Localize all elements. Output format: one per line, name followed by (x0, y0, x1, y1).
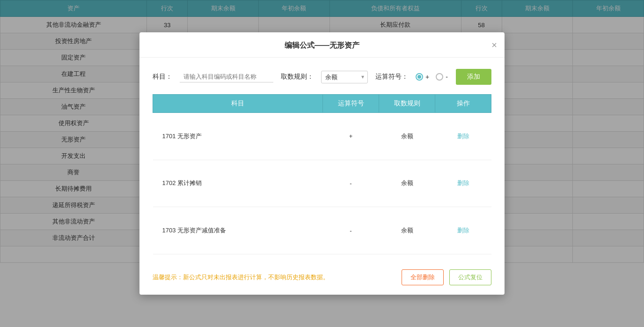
edit-formula-modal: 编辑公式——无形资产 × 科目： 取数规则： 余额 运算符号： + (139, 32, 505, 295)
formula-operator: - (323, 207, 379, 254)
table-header-rule: 取数规则 (379, 95, 435, 113)
formula-row: 1702 累计摊销-余额删除 (153, 160, 491, 207)
modal-title: 编辑公式——无形资产 (285, 41, 359, 51)
delete-row-button[interactable]: 删除 (457, 179, 469, 186)
formula-rule: 余额 (379, 207, 435, 254)
subject-label: 科目： (153, 73, 172, 81)
reset-formula-button[interactable]: 公式复位 (449, 269, 491, 285)
modal-footer: 温馨提示：新公式只对未出报表进行计算，不影响历史报表数据。 全部删除 公式复位 (139, 262, 505, 295)
table-header-operator: 运算符号 (323, 95, 379, 113)
operator-plus-radio[interactable]: + (416, 73, 429, 81)
plus-radio-label: + (425, 73, 429, 81)
operator-label: 运算符号： (375, 73, 408, 81)
rule-label: 取数规则： (281, 73, 314, 81)
add-button[interactable]: 添加 (456, 69, 491, 85)
formula-subject: 1701 无形资产 (153, 113, 323, 160)
subject-input[interactable] (180, 71, 273, 82)
rule-select-wrap: 余额 (321, 71, 368, 83)
form-row: 科目： 取数规则： 余额 运算符号： + - 添加 (153, 69, 491, 85)
plus-radio-circle (416, 73, 423, 81)
formula-rule: 余额 (379, 160, 435, 207)
operator-radio-group: + - (416, 73, 448, 81)
footer-hint: 温馨提示：新公式只对未出报表进行计算，不影响历史报表数据。 (153, 273, 329, 282)
modal-header: 编辑公式——无形资产 × (139, 32, 505, 58)
modal-body: 科目： 取数规则： 余额 运算符号： + - 添加 (139, 58, 505, 262)
formula-action: 删除 (435, 160, 491, 207)
formula-subject: 1702 累计摊销 (153, 160, 323, 207)
rule-select[interactable]: 余额 (321, 71, 368, 83)
delete-all-button[interactable]: 全部删除 (402, 269, 444, 285)
minus-radio-label: - (446, 73, 448, 81)
formula-subject: 1703 无形资产减值准备 (153, 207, 323, 254)
table-header-subject: 科目 (153, 95, 323, 113)
formula-action: 删除 (435, 207, 491, 254)
modal-close-button[interactable]: × (491, 40, 497, 50)
formula-action: 删除 (435, 113, 491, 160)
footer-buttons: 全部删除 公式复位 (402, 269, 491, 285)
delete-row-button[interactable]: 删除 (457, 227, 469, 234)
formula-row: 1701 无形资产+余额删除 (153, 113, 491, 160)
formula-table: 科目 运算符号 取数规则 操作 1701 无形资产+余额删除1702 累计摊销-… (153, 94, 491, 254)
operator-minus-radio[interactable]: - (436, 73, 448, 81)
table-header-action: 操作 (435, 95, 491, 113)
minus-radio-circle (436, 73, 443, 81)
formula-rule: 余额 (379, 113, 435, 160)
formula-row: 1703 无形资产减值准备-余额删除 (153, 207, 491, 254)
formula-operator: + (323, 113, 379, 160)
formula-operator: - (323, 160, 379, 207)
delete-row-button[interactable]: 删除 (457, 133, 469, 140)
